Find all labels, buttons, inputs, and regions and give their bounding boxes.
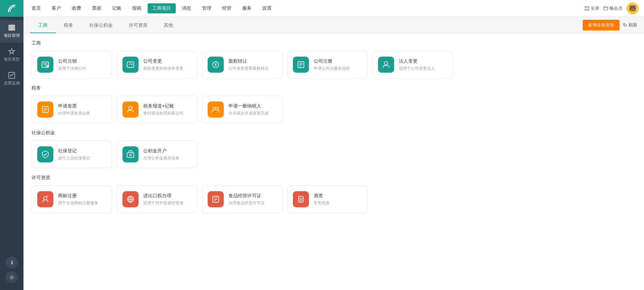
card-name-商标注册: 商标注册: [58, 193, 106, 199]
tab-bar-tabs: 工商税务社保公积金许可资质其他: [30, 18, 181, 33]
avatar: 🐻: [627, 2, 639, 14]
top-nav-right: 全屏 畅会员 🐻: [585, 2, 644, 14]
nav-item-客户[interactable]: 客户: [47, 3, 66, 13]
card-desc-公积金开户: 办理公积金相关业务: [143, 155, 192, 161]
refresh-label: 刷新: [629, 22, 637, 28]
nav-items: 首页客户收费票据记账报税工商项目消息管理经营服务设置: [23, 3, 585, 13]
tab-其他[interactable]: 其他: [156, 18, 181, 33]
svg-point-33: [216, 107, 218, 110]
card-desc-社保登记: 进行人员社保登记: [58, 155, 106, 161]
cards-grid-0: 公司注销适用于注销公司公司变更股权变更外的业务变更¥股权转让公司变更需要股权转让…: [32, 51, 636, 78]
sidebar-item-project-type[interactable]: 项目类型: [0, 44, 23, 66]
new-type-button[interactable]: 新增业务类型: [583, 20, 620, 30]
card-name-法人变更: 法人变更: [399, 58, 447, 64]
settings-circle-button[interactable]: ⚙: [6, 271, 18, 283]
card-2-0[interactable]: 社保登记进行人员社保登记: [32, 141, 112, 168]
svg-point-25: [384, 62, 388, 65]
card-3-1[interactable]: 进出口权办理适用于对外贸易经营者: [117, 186, 197, 213]
sidebar-label-project-management: 项目管理: [4, 33, 20, 39]
nav-item-经营[interactable]: 经营: [217, 3, 236, 13]
card-icon-商标注册: [37, 191, 53, 207]
card-info-税务报道+记账: 税务报道+记账拿到营业执照的新公司: [143, 103, 192, 116]
card-info-食品经营许可证: 食品经营许可证办理食品经营许可证: [228, 193, 277, 206]
card-3-2[interactable]: 食品经营许可证办理食品经营许可证: [202, 186, 282, 213]
nav-item-记账[interactable]: 记账: [107, 3, 126, 13]
card-info-进出口权办理: 进出口权办理适用于对外贸易经营者: [143, 193, 192, 206]
card-desc-申请发票: 办理申请发票业务: [58, 111, 106, 116]
nav-item-管理[interactable]: 管理: [197, 3, 216, 13]
card-info-酒类: 酒类零售批发: [314, 193, 362, 206]
card-name-公积金开户: 公积金开户: [143, 148, 192, 154]
member-label: 畅会员: [609, 5, 623, 11]
card-1-0[interactable]: 申请发票办理申请发票业务: [32, 96, 112, 123]
svg-rect-48: [300, 199, 302, 201]
nav-item-服务[interactable]: 服务: [237, 3, 256, 13]
svg-point-35: [130, 154, 131, 156]
svg-point-36: [44, 197, 47, 200]
card-icon-申请一般纳税人: [208, 101, 224, 118]
card-info-法人变更: 法人变更适用于公司变更法人: [399, 58, 447, 71]
fullscreen-button[interactable]: 全屏: [585, 5, 599, 11]
card-name-社保登记: 社保登记: [58, 148, 106, 154]
card-name-公司变更: 公司变更: [143, 58, 192, 64]
card-2-1[interactable]: 公积金开户办理公积金相关业务: [117, 141, 197, 168]
card-1-1[interactable]: 税务报道+记账拿到营业执照的新公司: [117, 96, 197, 123]
card-desc-食品经营许可证: 办理食品经营许可证: [228, 200, 277, 206]
nav-item-票据[interactable]: 票据: [87, 3, 106, 13]
svg-rect-34: [127, 153, 134, 157]
nav-item-消息[interactable]: 消息: [177, 3, 196, 13]
card-1-2[interactable]: 申请一般纳税人当月或次月成变更完成: [202, 96, 282, 123]
card-icon-公司注册: [293, 57, 309, 73]
card-icon-税务报道+记账: [122, 101, 139, 118]
main-layout: 项目管理 项目类型 进度监测 ⬇ ⚙ 工商税务社保公积金许可资质其他 新增业务类…: [0, 17, 644, 290]
card-icon-公司注销: [37, 57, 53, 73]
tab-税务[interactable]: 税务: [56, 18, 81, 33]
tab-社保公积金[interactable]: 社保公积金: [81, 18, 121, 33]
card-desc-税务报道+记账: 拿到营业执照的新公司: [143, 111, 192, 116]
sidebar-item-progress-monitor[interactable]: 进度监测: [0, 68, 23, 90]
tab-许可资质[interactable]: 许可资质: [121, 18, 156, 33]
card-desc-公司变更: 股权变更外的业务变更: [143, 66, 192, 71]
card-desc-酒类: 零售批发: [314, 200, 362, 206]
tab-工商[interactable]: 工商: [30, 18, 56, 33]
section-title-3: 许可资质: [32, 175, 636, 181]
nav-item-设置[interactable]: 设置: [258, 3, 276, 13]
card-3-3[interactable]: 酒类零售批发: [287, 186, 368, 213]
card-info-公司注册: 公司注册申请公司注册全流程: [314, 58, 362, 71]
nav-item-工商项目[interactable]: 工商项目: [148, 3, 176, 13]
svg-rect-2: [585, 9, 586, 10]
card-0-2[interactable]: ¥股权转让公司变更需要股权转让: [202, 51, 282, 78]
card-desc-股权转让: 公司变更需要股权转让: [228, 66, 277, 71]
svg-rect-6: [9, 25, 15, 26]
card-icon-社保登记: [37, 146, 53, 162]
download-button[interactable]: ⬇: [6, 257, 18, 269]
card-info-公司注销: 公司注销适用于注销公司: [58, 58, 106, 71]
refresh-button[interactable]: ↻ 刷新: [623, 22, 637, 28]
card-icon-申请发票: [37, 101, 53, 118]
card-name-申请一般纳税人: 申请一般纳税人: [228, 103, 277, 109]
card-icon-股权转让: ¥: [208, 57, 224, 73]
nav-item-报税[interactable]: 报税: [127, 3, 146, 13]
card-icon-酒类: [293, 191, 309, 207]
card-3-0[interactable]: 商标注册用于企业商标注册服务: [32, 186, 112, 213]
svg-point-30: [129, 106, 132, 110]
card-icon-公积金开户: [122, 146, 139, 162]
svg-marker-9: [9, 49, 15, 54]
card-0-1[interactable]: 公司变更股权变更外的业务变更: [117, 51, 197, 78]
card-icon-进出口权办理: [122, 191, 139, 207]
svg-rect-1: [588, 6, 589, 8]
sidebar-label-progress-monitor: 进度监测: [4, 80, 20, 86]
sidebar-item-project-management[interactable]: 项目管理: [0, 20, 23, 43]
card-0-0[interactable]: 公司注销适用于注销公司: [32, 51, 112, 78]
svg-text:¥: ¥: [215, 62, 217, 67]
nav-item-收费[interactable]: 收费: [67, 3, 86, 13]
card-0-3[interactable]: 公司注册申请公司注册全流程: [287, 51, 368, 78]
top-nav: 首页客户收费票据记账报税工商项目消息管理经营服务设置 全屏 畅会员 🐻: [0, 0, 644, 17]
card-name-申请发票: 申请发票: [58, 103, 106, 109]
card-0-4[interactable]: 法人变更适用于公司变更法人: [372, 51, 453, 78]
section-title-1: 税务: [32, 85, 636, 91]
nav-item-首页[interactable]: 首页: [27, 3, 46, 13]
svg-point-32: [213, 107, 216, 110]
svg-rect-4: [604, 7, 608, 10]
member-button[interactable]: 畅会员: [603, 5, 623, 11]
